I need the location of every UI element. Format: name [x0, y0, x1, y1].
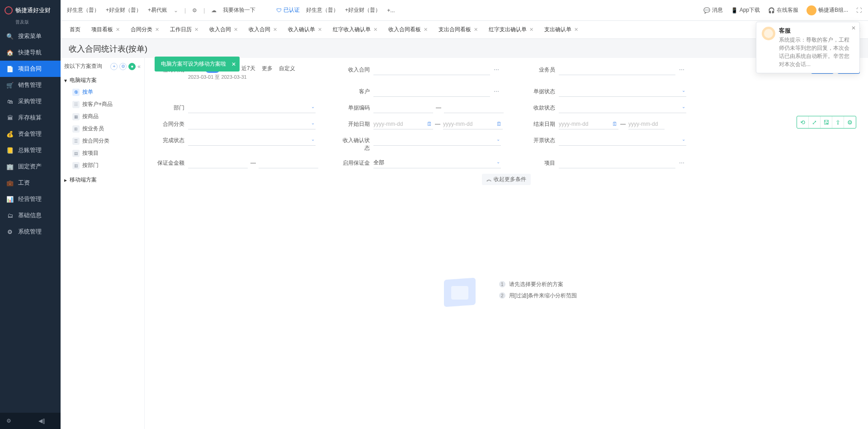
tab[interactable]: 红字支出确认单✕	[484, 21, 538, 39]
scheme-item[interactable]: ☷按客户+商品	[64, 98, 141, 110]
sidebar-item-gear[interactable]: ⚙系统管理	[0, 224, 61, 240]
gear-icon[interactable]: ⚙	[192, 7, 197, 14]
deposit-amount-to-input[interactable]	[259, 157, 318, 168]
settings-icon[interactable]: ⚙	[6, 418, 11, 424]
tab-close-icon[interactable]: ✕	[318, 27, 322, 33]
collapse-sidebar-icon[interactable]: ◀‖	[38, 418, 45, 424]
tab-close-icon[interactable]: ✕	[194, 27, 198, 33]
tab-close-icon[interactable]: ✕	[474, 27, 478, 33]
online-service-link[interactable]: 🎧 在线客服	[768, 6, 798, 14]
scheme-group-toggle[interactable]: ▾电脑端方案	[64, 75, 141, 86]
scheme-group-toggle[interactable]: ▸移动端方案	[64, 174, 141, 186]
tab[interactable]: 支出合同看板✕	[434, 21, 482, 39]
sidebar-item-cart[interactable]: 🛒销售管理	[0, 77, 61, 93]
date-quick-option[interactable]: 自定义	[277, 64, 297, 73]
tab[interactable]: 支出确认单✕	[540, 21, 583, 39]
start-date-from-input[interactable]	[373, 119, 433, 129]
export-icon[interactable]: ⇪	[832, 116, 844, 128]
sidebar-item-compass[interactable]: 🏠快捷导航	[0, 44, 61, 61]
end-date-to-input[interactable]	[628, 119, 665, 129]
scheme-item[interactable]: ⊞按业务员	[64, 123, 141, 135]
customer-input[interactable]	[373, 86, 490, 97]
sidebar-item-report[interactable]: 📊经营管理	[0, 191, 61, 207]
start-date-to-input[interactable]	[443, 119, 503, 129]
sidebar-item-bag[interactable]: 🛍采购管理	[0, 93, 61, 110]
end-date-from-input[interactable]	[559, 119, 618, 129]
service-popup-close-button[interactable]: ✕	[851, 25, 856, 31]
crumb2-2[interactable]: +...	[387, 7, 395, 14]
receipt-status-select[interactable]	[559, 102, 686, 113]
sidebar-item-search[interactable]: 🔍搜索菜单	[0, 28, 61, 44]
scheme-item[interactable]: ▤按项目	[64, 147, 141, 159]
message-link[interactable]: 💬 消息	[703, 6, 723, 14]
tab[interactable]: 收入确认单✕	[283, 21, 326, 39]
crumb-2[interactable]: +易代账	[148, 6, 167, 14]
tab[interactable]: 红字收入确认单✕	[328, 21, 382, 39]
chevron-down-icon[interactable]: ⌄	[174, 7, 178, 14]
tab-close-icon[interactable]: ✕	[529, 27, 533, 33]
bill-no-from-input[interactable]	[373, 102, 433, 113]
tab[interactable]: 项目看板✕	[87, 21, 124, 39]
income-contract-input[interactable]	[373, 64, 490, 75]
crumb2-0[interactable]: 好生意（普）	[306, 6, 339, 14]
tab[interactable]: 首页	[65, 21, 85, 39]
tab[interactable]: 收入合同✕	[244, 21, 282, 39]
crumb-1[interactable]: +好业财（普）	[106, 6, 142, 14]
expand-icon[interactable]: ⤢	[809, 116, 821, 128]
user-menu[interactable]: 畅捷通B组...	[807, 5, 848, 15]
crumb-0[interactable]: 好生意（普）	[67, 6, 99, 14]
deposit-enabled-select[interactable]	[373, 157, 501, 168]
refresh-icon[interactable]: ⟲	[797, 116, 809, 128]
invoice-status-select[interactable]	[559, 135, 686, 146]
project-more-icon[interactable]: ⋯	[677, 160, 686, 166]
complete-status-select[interactable]	[188, 135, 316, 146]
dept-select[interactable]	[188, 102, 316, 113]
fullscreen-icon[interactable]: ⛶	[856, 7, 862, 14]
bill-status-select[interactable]	[559, 86, 686, 97]
scheme-sync-button[interactable]: ●	[128, 63, 136, 70]
collapse-panel-icon[interactable]: «	[137, 63, 141, 70]
tab[interactable]: 工作日历✕	[165, 21, 203, 39]
contract-cat-select[interactable]	[188, 119, 316, 129]
tab[interactable]: 收入合同看板✕	[384, 21, 432, 39]
config-icon[interactable]: ⚙	[844, 116, 856, 128]
scheme-item[interactable]: ⦿按单	[64, 86, 141, 98]
salesman-input[interactable]	[559, 64, 675, 75]
tab[interactable]: 收入合同✕	[205, 21, 242, 39]
tab-close-icon[interactable]: ✕	[155, 27, 159, 33]
sidebar-item-ledger[interactable]: 📒总账管理	[0, 142, 61, 158]
sidebar-item-file[interactable]: 📄项目合同	[0, 61, 61, 77]
tab-close-icon[interactable]: ✕	[116, 27, 120, 33]
scheme-item[interactable]: ▦按商品	[64, 110, 141, 123]
tab-close-icon[interactable]: ✕	[373, 27, 377, 33]
date-quick-option[interactable]: 近7天	[240, 64, 257, 73]
sidebar-item-salary[interactable]: 💼工资	[0, 175, 61, 191]
tip-close-button[interactable]: ✕	[231, 61, 236, 67]
date-quick-option[interactable]: 更多	[260, 64, 274, 73]
scheme-settings-button[interactable]: ⚙	[119, 63, 127, 70]
tab[interactable]: 合同分类✕	[126, 21, 164, 39]
deposit-amount-from-input[interactable]	[188, 157, 248, 168]
tab-close-icon[interactable]: ✕	[574, 27, 578, 33]
tab-close-icon[interactable]: ✕	[424, 27, 428, 33]
tab-close-icon[interactable]: ✕	[234, 27, 238, 33]
confirm-status-select[interactable]	[373, 135, 501, 146]
add-scheme-button[interactable]: +	[110, 63, 118, 70]
income-contract-more-icon[interactable]: ⋯	[492, 67, 501, 73]
sidebar-item-asset[interactable]: 🏢固定资产	[0, 158, 61, 175]
tab-close-icon[interactable]: ✕	[273, 27, 277, 33]
sidebar-item-basic[interactable]: 🗂基础信息	[0, 207, 61, 224]
app-download-link[interactable]: 📱 App下载	[731, 6, 760, 14]
scheme-item[interactable]: ☰按合同分类	[64, 135, 141, 147]
salesman-more-icon[interactable]: ⋯	[677, 67, 686, 73]
collapse-filters-button[interactable]: ︽ 收起更多条件	[482, 174, 531, 185]
bill-no-to-input[interactable]	[444, 102, 504, 113]
save-icon[interactable]: 🖫	[821, 116, 832, 128]
sidebar-item-money[interactable]: 💰资金管理	[0, 126, 61, 142]
project-input[interactable]	[559, 157, 675, 168]
experience-link[interactable]: 我要体验一下	[223, 6, 255, 14]
crumb2-1[interactable]: +好业财（普）	[345, 6, 381, 14]
sidebar-item-home[interactable]: 🏛库存核算	[0, 110, 61, 126]
customer-more-icon[interactable]: ⋯	[492, 88, 501, 95]
scheme-item[interactable]: ▥按部门	[64, 159, 141, 172]
